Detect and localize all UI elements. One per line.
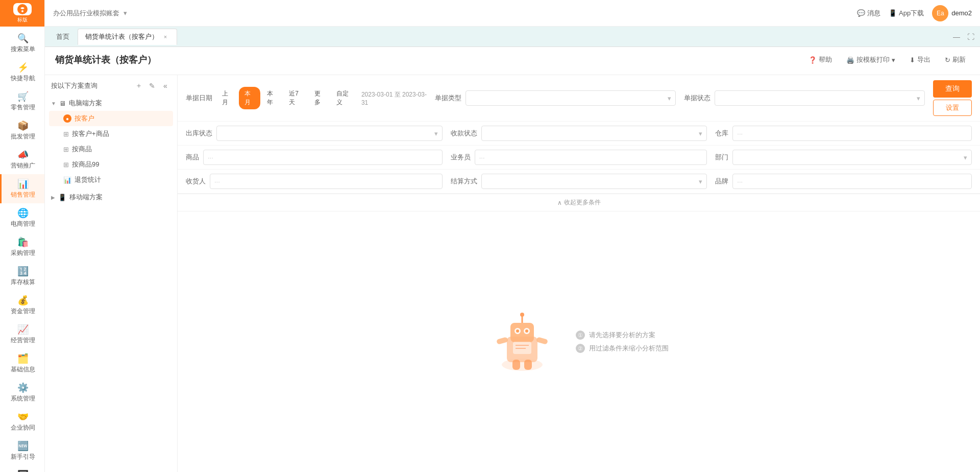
breadcrumb-dropdown[interactable]: ▾ <box>124 9 127 17</box>
sidebar-item-appcenter[interactable]: 🔲 应用中心 <box>0 465 44 472</box>
tab-maximize-btn[interactable]: ⛶ <box>966 32 976 42</box>
tab-home[interactable]: 首页 <box>49 29 77 44</box>
sidebar-item-retail[interactable]: 🛒 零售管理 <box>0 87 44 116</box>
scheme-group-mobile-header[interactable]: ▶ 📱 移动端方案 <box>49 190 173 205</box>
empty-state: ① 请先选择要分析的方案 ② 用过滤条件来缩小分析范围 <box>489 309 669 375</box>
page-wrapper: 销货单统计表（按客户） ❓ 帮助 🖨️ 按模板打印 ▾ ⬇ <box>45 47 980 472</box>
breadcrumb-text: 办公用品行业模拟账套 <box>53 9 119 18</box>
sidebar-item-guide[interactable]: 🆕 新手引导 <box>0 436 44 465</box>
refresh-btn[interactable]: ↻ 刷新 <box>941 53 970 66</box>
date-btn-7days[interactable]: 近7天 <box>283 87 307 109</box>
receiver-label: 收货人 <box>186 177 206 186</box>
query-button[interactable]: 查询 <box>933 80 972 98</box>
sidebar-item-ecom-label: 电商管理 <box>11 220 35 228</box>
mobile-group-arrow-icon: ▶ <box>51 195 55 200</box>
date-filter-cell: 单据日期 上月 本月 本年 近7天 更多 自定义 2023-03-01 至 20… <box>186 87 427 109</box>
sidebar-item-base[interactable]: 🗂️ 基础信息 <box>0 349 44 378</box>
brand-cell: 品牌 ··· <box>715 174 972 189</box>
guide-icon: 🆕 <box>17 440 29 452</box>
sales-icon: 📊 <box>17 178 29 190</box>
dept-label: 部门 <box>715 153 728 162</box>
date-btn-more[interactable]: 更多 <box>309 87 330 109</box>
tab-close-btn[interactable]: × <box>161 33 169 41</box>
user-area[interactable]: Ea demo2 <box>932 5 972 21</box>
scheme-group-desktop-label: 电脑端方案 <box>69 99 102 108</box>
type-select[interactable]: ▾ <box>465 90 676 106</box>
scheme-collapse-btn[interactable]: « <box>160 80 171 91</box>
pay-status-select[interactable]: ▾ <box>481 126 707 141</box>
empty-tip-1: ① 请先选择要分析的方案 <box>576 331 669 340</box>
date-btn-custom[interactable]: 自定义 <box>331 87 357 109</box>
print-icon: 🖨️ <box>846 56 854 64</box>
warehouse-label: 仓库 <box>715 129 728 138</box>
status-select[interactable]: ▾ <box>715 90 925 106</box>
scheme-item-by-customer-goods-label: 按客户+商品 <box>72 129 109 138</box>
sidebar-item-inventory[interactable]: 🔢 库存核算 <box>0 262 44 291</box>
help-btn[interactable]: ❓ 帮助 <box>804 53 836 66</box>
out-status-cell: 出库状态 ▾ <box>186 126 443 141</box>
messages-btn[interactable]: 💬 消息 <box>857 9 880 18</box>
sidebar-item-purchase[interactable]: 🛍️ 采购管理 <box>0 232 44 262</box>
print-btn[interactable]: 🖨️ 按模板打印 ▾ <box>842 53 899 66</box>
type-filter-cell: 单据类型 ▾ <box>435 90 676 106</box>
collapse-arrow-icon: ∧ <box>557 199 562 206</box>
sidebar-item-quick[interactable]: ⚡ 快捷导航 <box>0 58 44 87</box>
sidebar-item-operation[interactable]: 📈 经营管理 <box>0 320 44 349</box>
status-label: 单据状态 <box>684 93 710 103</box>
right-panel: 单据日期 上月 本月 本年 近7天 更多 自定义 2023-03-01 至 20… <box>178 75 980 472</box>
sidebar-item-wholesale[interactable]: 📦 批发管理 <box>0 116 44 145</box>
scheme-item-by-goods[interactable]: ⊞ 按商品 <box>49 141 173 157</box>
receiver-select[interactable]: ··· <box>210 174 443 189</box>
goods-icon: ⊞ <box>63 146 69 153</box>
tip2-num: ② <box>576 344 585 353</box>
sidebar-item-system[interactable]: ⚙️ 系统管理 <box>0 378 44 407</box>
scheme-item-by-goods99[interactable]: ⊞ 按商品99 <box>49 157 173 172</box>
export-btn[interactable]: ⬇ 导出 <box>905 53 935 66</box>
sidebar-item-search-label: 搜索菜单 <box>11 45 35 54</box>
app-download-btn[interactable]: 📱 App下载 <box>889 9 924 18</box>
sidebar-item-system-label: 系统管理 <box>11 394 35 403</box>
inventory-icon: 🔢 <box>17 266 29 277</box>
logo-area: 标版 <box>0 0 44 27</box>
sidebar-item-ecom[interactable]: 🌐 电商管理 <box>0 203 44 232</box>
sidebar-item-cooperation[interactable]: 🤝 企业协同 <box>0 407 44 436</box>
dept-select[interactable]: ▾ <box>732 150 972 165</box>
scheme-edit-btn[interactable]: ✎ <box>146 80 158 91</box>
scheme-item-by-customer-goods[interactable]: ⊞ 按客户+商品 <box>49 126 173 141</box>
sidebar-item-sales[interactable]: 📊 销售管理 <box>0 174 44 203</box>
action-buttons: 查询 设置 <box>933 80 972 116</box>
date-btn-thismonth[interactable]: 本月 <box>239 87 260 109</box>
retail-icon: 🛒 <box>17 91 29 102</box>
app-download-label: App下载 <box>899 9 924 18</box>
warehouse-cell: 仓库 ··· <box>715 126 972 141</box>
scheme-panel: 按以下方案查询 ＋ ✎ « <box>45 75 177 211</box>
tab-stats-label: 销货单统计表（按客户） <box>85 32 158 41</box>
sidebar-item-cooperation-label: 企业协同 <box>11 423 35 432</box>
setting-button[interactable]: 设置 <box>933 100 972 116</box>
brand-select[interactable]: ··· <box>732 174 972 189</box>
goods-select[interactable]: ··· <box>203 150 443 165</box>
date-btn-thisyear[interactable]: 本年 <box>261 87 283 109</box>
sidebar-item-finance[interactable]: 💰 资金管理 <box>0 291 44 320</box>
scheme-group-desktop-header[interactable]: ▼ 🖥 电脑端方案 <box>49 96 173 111</box>
date-label: 单据日期 <box>186 93 212 103</box>
collapse-label: 收起更多条件 <box>564 198 601 207</box>
sidebar-item-finance-label: 资金管理 <box>11 307 35 316</box>
tab-stats[interactable]: 销货单统计表（按客户） × <box>78 29 177 45</box>
sidebar-item-marketing[interactable]: 📣 营销推广 <box>0 145 44 174</box>
warehouse-select[interactable]: ··· <box>732 126 972 141</box>
tab-minimize-btn[interactable]: — <box>951 32 962 42</box>
settlement-label: 结算方式 <box>451 177 477 186</box>
out-status-label: 出库状态 <box>186 129 212 138</box>
date-btn-lastmonth[interactable]: 上月 <box>216 87 238 109</box>
scheme-item-return-stats[interactable]: 📊 退货统计 <box>49 172 173 187</box>
collapse-bar[interactable]: ∧ 收起更多条件 <box>178 194 980 211</box>
settlement-select[interactable]: ▾ <box>481 174 707 189</box>
scheme-panel-title: 按以下方案查询 <box>51 81 97 90</box>
out-status-select[interactable]: ▾ <box>216 126 443 141</box>
scheme-add-btn[interactable]: ＋ <box>133 80 144 91</box>
scheme-item-by-customer[interactable]: ● 按客户 <box>49 111 173 126</box>
salesman-select[interactable]: ··· <box>475 150 707 165</box>
sidebar-item-search[interactable]: 🔍 搜索菜单 <box>0 29 44 58</box>
title-actions: ❓ 帮助 🖨️ 按模板打印 ▾ ⬇ 导出 ↻ <box>804 53 970 66</box>
